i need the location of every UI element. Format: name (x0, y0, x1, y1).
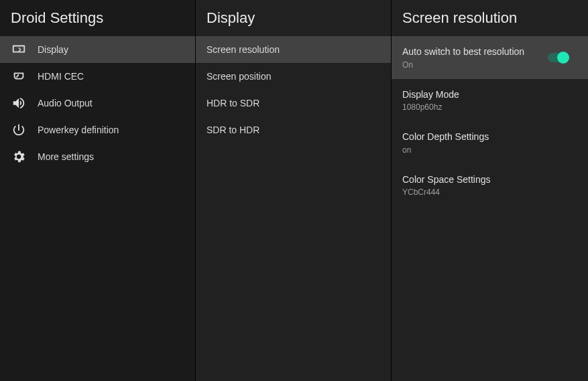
nav-item-display[interactable]: Display (0, 36, 195, 63)
setting-auto-switch[interactable]: Auto switch to best resolution On (392, 36, 588, 79)
display-item-label: Screen position (207, 71, 272, 82)
setting-subtitle: YCbCr444 (402, 187, 491, 197)
nav-item-label: Audio Output (38, 98, 93, 108)
gear-icon (11, 149, 27, 165)
nav-item-more-settings[interactable]: More settings (0, 143, 195, 170)
display-panel-title: Display (196, 0, 391, 36)
main-nav-title: Droid Settings (0, 0, 195, 36)
setting-title: Color Space Settings (402, 173, 491, 187)
display-item-hdr-to-sdr[interactable]: HDR to SDR (196, 90, 391, 117)
nav-item-label: Display (38, 44, 68, 55)
display-panel: Display Screen resolution Screen positio… (196, 0, 392, 381)
setting-title: Auto switch to best resolution (402, 46, 524, 59)
setting-text: Color Space Settings YCbCr444 (402, 173, 491, 198)
display-item-label: SDR to HDR (207, 125, 259, 135)
setting-subtitle: 1080p60hz (402, 102, 459, 112)
display-item-label: HDR to SDR (207, 98, 259, 108)
nav-item-hdmi-cec[interactable]: HDMI CEC (0, 63, 195, 90)
setting-subtitle: on (402, 145, 489, 155)
auto-switch-toggle[interactable] (548, 53, 569, 62)
display-item-screen-resolution[interactable]: Screen resolution (196, 36, 391, 63)
setting-text: Auto switch to best resolution On (402, 46, 524, 70)
nav-item-label: Powerkey definition (38, 125, 119, 135)
setting-title: Display Mode (402, 88, 459, 102)
display-item-sdr-to-hdr[interactable]: SDR to HDR (196, 117, 391, 143)
setting-subtitle: On (402, 60, 524, 70)
display-item-label: Screen resolution (207, 44, 280, 55)
display-icon (11, 42, 27, 58)
nav-item-powerkey[interactable]: Powerkey definition (0, 117, 195, 143)
setting-text: Display Mode 1080p60hz (402, 88, 459, 112)
setting-display-mode[interactable]: Display Mode 1080p60hz (392, 79, 588, 122)
setting-color-space[interactable]: Color Space Settings YCbCr444 (392, 164, 588, 207)
resolution-panel-title: Screen resolution (392, 0, 588, 36)
toggle-knob (557, 52, 569, 64)
setting-color-depth[interactable]: Color Depth Settings on (392, 121, 588, 164)
setting-title: Color Depth Settings (402, 131, 489, 144)
nav-item-label: More settings (38, 151, 94, 162)
resolution-panel: Screen resolution Auto switch to best re… (392, 0, 588, 381)
nav-item-audio-output[interactable]: Audio Output (0, 90, 195, 117)
power-icon (11, 122, 27, 138)
hdmi-icon (11, 68, 27, 84)
display-item-screen-position[interactable]: Screen position (196, 63, 391, 90)
setting-text: Color Depth Settings on (402, 131, 489, 155)
volume-icon (11, 95, 27, 111)
nav-item-label: HDMI CEC (38, 71, 84, 82)
main-nav-panel: Droid Settings Display HDMI CEC Audio Ou… (0, 0, 196, 381)
